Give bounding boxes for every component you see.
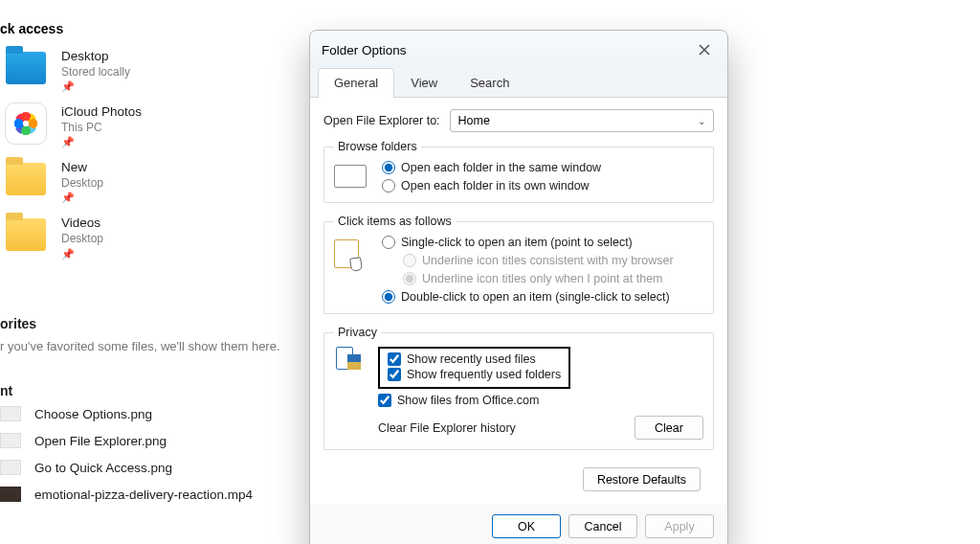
folder-icon <box>6 218 46 251</box>
pin-icon: 📌 <box>61 249 103 260</box>
pin-icon: 📌 <box>61 137 142 147</box>
qa-item-sub: Stored locally <box>61 65 130 80</box>
photos-icon <box>5 102 47 145</box>
favorites-section: orites r you've favorited some files, we… <box>0 316 306 353</box>
folder-icon <box>6 52 46 84</box>
recent-item-name: emotional-pizza-delivery-reaction.mp4 <box>34 487 253 502</box>
dialog-tabs: General View Search <box>310 67 727 98</box>
quick-access-heading: ck access <box>0 21 287 36</box>
quick-access-item[interactable]: iCloud Photos This PC 📌 <box>0 102 287 147</box>
qa-item-name: iCloud Photos <box>61 103 142 121</box>
tab-search[interactable]: Search <box>454 68 525 98</box>
qa-item-name: Desktop <box>61 48 130 65</box>
close-button[interactable] <box>691 38 718 61</box>
checkbox-recent-files[interactable]: Show recently used files <box>388 351 561 367</box>
radio-underline-point: Underline icon titles only when I point … <box>403 272 703 285</box>
folder-icon <box>6 163 46 195</box>
privacy-highlight-box: Show recently used files Show frequently… <box>378 347 570 389</box>
click-items-legend: Click items as follows <box>334 215 456 228</box>
dialog-title: Folder Options <box>322 43 407 57</box>
close-icon <box>699 44 710 56</box>
quick-access-item[interactable]: New Desktop 📌 <box>0 157 287 203</box>
checkbox-frequent-folders[interactable]: Show frequently used folders <box>388 367 561 382</box>
radio-own-window[interactable]: Open each folder in its own window <box>382 179 703 193</box>
favorites-hint: r you've favorited some files, we'll sho… <box>0 339 306 353</box>
qa-item-sub: Desktop <box>61 232 103 247</box>
image-thumb-icon <box>0 406 21 421</box>
ok-button[interactable]: OK <box>492 514 561 538</box>
tab-view[interactable]: View <box>394 68 454 98</box>
radio-underline-browser: Underline icon titles consistent with my… <box>403 254 703 267</box>
browse-folders-legend: Browse folders <box>334 140 421 153</box>
qa-item-sub: Desktop <box>61 176 103 192</box>
quick-access-item[interactable]: Desktop Stored locally 📌 <box>0 46 287 92</box>
quick-access-item[interactable]: Videos Desktop 📌 <box>0 213 287 259</box>
image-thumb-icon <box>0 433 21 448</box>
recent-item[interactable]: Go to Quick Access.png <box>0 460 306 475</box>
radio-double-click[interactable]: Double-click to open an item (single-cli… <box>382 290 703 304</box>
tab-general[interactable]: General <box>318 68 394 98</box>
privacy-icon <box>334 347 367 375</box>
chevron-down-icon: ⌄ <box>698 116 705 126</box>
open-to-value: Home <box>458 114 490 127</box>
recent-item[interactable]: Choose Options.png <box>0 406 306 421</box>
cancel-button[interactable]: Cancel <box>568 514 637 538</box>
pin-icon: 📌 <box>61 193 103 203</box>
click-icon <box>334 239 359 268</box>
qa-item-name: Videos <box>61 215 103 232</box>
recent-item[interactable]: emotional-pizza-delivery-reaction.mp4 <box>0 487 306 502</box>
image-thumb-icon <box>0 460 21 475</box>
recent-item-name: Choose Options.png <box>34 407 152 421</box>
recent-item-name: Go to Quick Access.png <box>34 461 172 475</box>
clear-button[interactable]: Clear <box>635 416 703 440</box>
radio-same-window[interactable]: Open each folder in the same window <box>382 161 703 174</box>
window-icon <box>334 165 367 188</box>
privacy-legend: Privacy <box>334 326 381 339</box>
recent-item-name: Open File Explorer.png <box>34 434 167 448</box>
privacy-group: Privacy Show recently used files Show fr… <box>323 326 714 450</box>
radio-single-click[interactable]: Single-click to open an item (point to s… <box>382 236 703 249</box>
checkbox-office-files[interactable]: Show files from Office.com <box>378 393 703 408</box>
clear-history-label: Clear File Explorer history <box>378 421 516 435</box>
quick-access-section: ck access Desktop Stored locally 📌 iClou… <box>0 21 287 260</box>
qa-item-sub: This PC <box>61 121 142 136</box>
folder-options-dialog: Folder Options General View Search Open … <box>309 30 728 544</box>
pin-icon: 📌 <box>61 81 130 92</box>
qa-item-name: New <box>61 159 103 176</box>
apply-button[interactable]: Apply <box>645 514 714 538</box>
favorites-heading: orites <box>0 316 306 331</box>
recent-section: nt Choose Options.png Open File Explorer… <box>0 383 306 502</box>
click-items-group: Click items as follows Single-click to o… <box>323 215 714 314</box>
restore-defaults-button[interactable]: Restore Defaults <box>583 467 701 491</box>
recent-item[interactable]: Open File Explorer.png <box>0 433 306 448</box>
open-to-combobox[interactable]: Home ⌄ <box>450 109 714 132</box>
video-thumb-icon <box>0 487 21 502</box>
open-to-label: Open File Explorer to: <box>323 114 440 127</box>
browse-folders-group: Browse folders Open each folder in the s… <box>323 140 714 203</box>
recent-heading: nt <box>0 383 306 398</box>
